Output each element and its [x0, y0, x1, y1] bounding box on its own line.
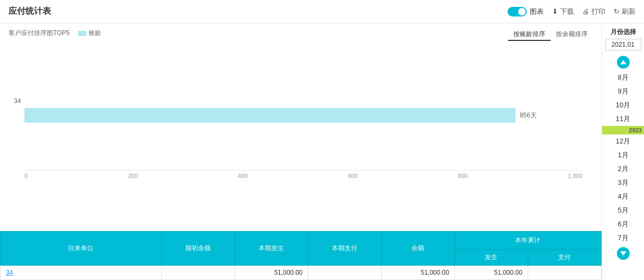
month-item[interactable]: 7月: [602, 231, 644, 245]
legend-chart-label: 客户应付排序图TOP5: [8, 29, 70, 38]
cell-qichu: [161, 266, 235, 280]
sort-by-age-button[interactable]: 按账龄排序: [508, 29, 551, 41]
svg-marker-1: [620, 251, 626, 256]
cell-yue: 51,000.00: [381, 266, 454, 280]
bar-row: 856天: [24, 108, 582, 123]
chart-toggle-wrap: 图表: [508, 7, 544, 16]
header-actions: 图表 ⬇ 下载 🖨 打印 ↻ 刷新: [508, 7, 636, 16]
month-item[interactable]: 1月: [602, 148, 644, 162]
table-section: 往来单位 期初余额 本期发生 本期支付 余额 本年累计 发生 支付: [0, 231, 602, 280]
col-header-benqi-zhif: 本期支付: [308, 232, 381, 266]
legend-bar-label: 账龄: [89, 29, 101, 38]
y-axis-label: 34: [14, 97, 21, 105]
x-tick-400: 400: [238, 173, 247, 179]
cell-benqi-zhif: [308, 266, 381, 280]
cell-leiji-zhif: [528, 266, 601, 280]
toggle-label: 图表: [530, 7, 544, 16]
col-header-leiji-zhif: 支付: [528, 250, 601, 266]
month-item[interactable]: 3月: [602, 176, 644, 190]
month-item[interactable]: 12月: [602, 134, 644, 148]
col-header-leiji: 本年累计: [454, 232, 601, 250]
sort-by-balance-button[interactable]: 按余额排序: [551, 29, 593, 41]
bar-fill: [24, 108, 516, 123]
month-item[interactable]: 11月: [602, 112, 644, 126]
table-row: 34 51,000.00 51,000.00 51,000.00: [1, 266, 602, 280]
page-title: 应付统计表: [8, 6, 51, 17]
cell-leiji-fash: 51,000.00: [454, 266, 528, 280]
col-header-weilai: 往来单位: [1, 232, 162, 266]
refresh-button[interactable]: ↻ 刷新: [614, 7, 636, 16]
bar-chart-area: 34 856天 0 200 400 600 800 1,000: [8, 41, 593, 190]
bar-right-label: 856天: [520, 111, 537, 120]
toggle-knob: [518, 8, 526, 15]
cell-benqi-fash: 51,000.00: [235, 266, 308, 280]
print-icon: 🖨: [582, 7, 589, 15]
chart-sort-buttons: 按账龄排序 按余额排序: [508, 29, 593, 41]
chart-panel: 客户应付排序图TOP5 账龄 按账龄排序 按余额排序 34: [0, 23, 602, 280]
table-body: 34 51,000.00 51,000.00 51,000.00: [1, 266, 602, 280]
month-item[interactable]: 8月: [602, 71, 644, 84]
right-sidebar: 月份选择 8月9月10月11月202312月1月2月3月4月5月6月7月: [602, 23, 644, 280]
x-tick-200: 200: [128, 173, 138, 179]
data-table: 往来单位 期初余额 本期发生 本期支付 余额 本年累计 发生 支付: [0, 231, 602, 280]
download-button[interactable]: ⬇ 下载: [552, 7, 574, 16]
x-axis: 0 200 400 600 800 1,000: [24, 170, 582, 179]
refresh-icon: ↻: [614, 7, 620, 15]
cell-weilai[interactable]: 34: [1, 266, 162, 280]
month-list: 8月9月10月11月202312月1月2月3月4月5月6月7月: [602, 71, 644, 245]
table-header-row: 往来单位 期初余额 本期发生 本期支付 余额 本年累计: [1, 232, 602, 250]
app-header: 应付统计表 图表 ⬇ 下载 🖨 打印 ↻ 刷新: [0, 0, 644, 23]
legend-bar-item: 账龄: [78, 29, 101, 38]
sidebar-up-arrow[interactable]: [617, 56, 630, 69]
download-icon: ⬇: [552, 7, 558, 15]
legend-dot: [78, 31, 87, 36]
month-item[interactable]: 2月: [602, 162, 644, 176]
chart-section: 客户应付排序图TOP5 账龄 按账龄排序 按余额排序 34: [0, 23, 602, 231]
chart-legend: 客户应付排序图TOP5 账龄: [8, 29, 593, 38]
col-header-leiji-fash: 发生: [454, 250, 528, 266]
month-item[interactable]: 5月: [602, 203, 644, 217]
month-item[interactable]: 6月: [602, 217, 644, 231]
x-tick-800: 800: [458, 173, 467, 179]
content-area: 客户应付排序图TOP5 账龄 按账龄排序 按余额排序 34: [0, 23, 644, 280]
sidebar-down-arrow[interactable]: [617, 247, 630, 260]
print-button[interactable]: 🖨 打印: [582, 7, 605, 16]
x-tick-1000: 1,000: [568, 173, 582, 179]
month-item[interactable]: 9月: [602, 84, 644, 98]
col-header-benqi-fash: 本期发生: [235, 232, 308, 266]
year-tag: 2023: [602, 126, 644, 134]
x-tick-600: 600: [348, 173, 357, 179]
sidebar-label: 月份选择: [611, 28, 636, 37]
sidebar-year-input[interactable]: [605, 39, 641, 50]
x-tick-0: 0: [24, 173, 28, 179]
col-header-yue: 余额: [381, 232, 454, 266]
chart-toggle[interactable]: [508, 7, 527, 16]
month-item[interactable]: 4月: [602, 190, 644, 203]
svg-marker-0: [620, 60, 626, 64]
col-header-qichu: 期初余额: [161, 232, 235, 266]
month-item[interactable]: 10月: [602, 98, 644, 112]
